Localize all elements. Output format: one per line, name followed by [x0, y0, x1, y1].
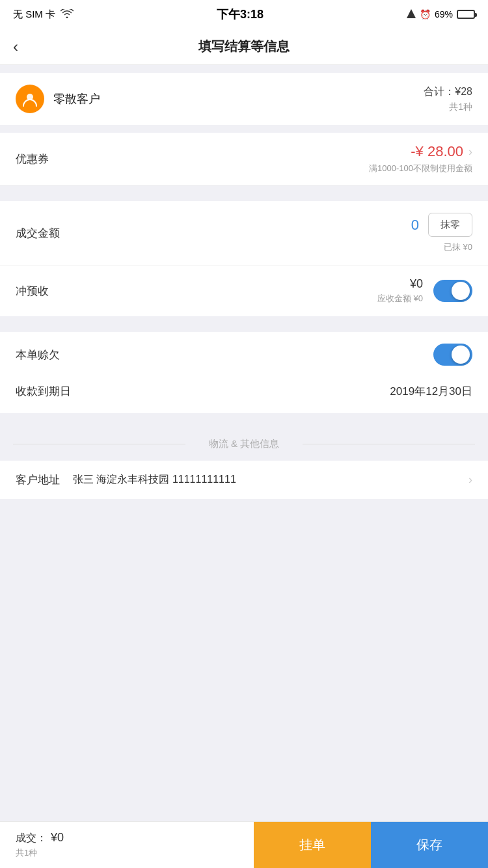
logistics-text: 物流 & 其他信息 — [209, 438, 279, 450]
prepay-row: 冲预收 ¥0 应收金额 ¥0 — [0, 265, 488, 316]
prepay-sub: 应收金额 ¥0 — [377, 293, 423, 305]
prepay-amounts: ¥0 应收金额 ¥0 — [377, 277, 423, 305]
due-date-row: 收款到期日 2019年12月30日 — [0, 377, 488, 413]
debt-row: 本单赊欠 — [0, 332, 488, 377]
bottom-actions: 挂单 保存 — [254, 822, 488, 868]
battery-icon — [457, 10, 475, 19]
customer-total: 合计：¥28 — [424, 85, 472, 99]
customer-row: 零散客户 合计：¥28 共1种 — [0, 73, 488, 125]
bottom-bar: 成交： ¥0 共1种 挂单 保存 — [0, 821, 488, 868]
carrier-text: 无 SIM 卡 — [13, 8, 55, 21]
address-row[interactable]: 客户地址 张三 海淀永丰科技园 11111111111 › — [0, 461, 488, 499]
toggle-knob — [452, 282, 470, 300]
customer-count: 共1种 — [424, 102, 472, 113]
status-bar: 无 SIM 卡 下午3:18 ⏰ 69% — [0, 0, 488, 29]
bottom-deal-amount: ¥0 — [51, 831, 64, 845]
bottom-deal-label: 成交： — [16, 832, 47, 845]
page-title: 填写结算等信息 — [198, 38, 290, 55]
bottom-deal: 成交： ¥0 — [16, 831, 238, 845]
customer-info: 零散客户 — [16, 85, 100, 113]
debt-toggle-knob — [452, 346, 470, 364]
address-value: 张三 海淀永丰科技园 11111111111 — [73, 473, 468, 487]
amount-row: 成交金额 0 抹零 已抹 ¥0 — [0, 201, 488, 265]
coupon-section: 优惠券 -¥ 28.00 › 满1000-100不限制使用金额 — [0, 133, 488, 185]
coupon-chevron-icon: › — [468, 145, 472, 159]
coupon-description: 满1000-100不限制使用金额 — [369, 163, 472, 174]
section-divider-2 — [0, 324, 488, 332]
section-divider-3 — [0, 421, 488, 429]
location-icon — [407, 9, 416, 20]
prepay-right-area: ¥0 应收金额 ¥0 — [377, 277, 472, 305]
divider-line-right — [303, 444, 475, 444]
amount-section: 成交金额 0 抹零 已抹 ¥0 冲预收 ¥0 应收金额 ¥0 — [0, 201, 488, 316]
section-divider-1 — [0, 193, 488, 201]
coupon-row[interactable]: 优惠券 -¥ 28.00 › 满1000-100不限制使用金额 — [0, 133, 488, 185]
status-time: 下午3:18 — [217, 7, 264, 22]
status-left: 无 SIM 卡 — [13, 8, 74, 21]
avatar — [16, 85, 44, 113]
prepay-amount: ¥0 — [377, 277, 423, 291]
due-date-value: 2019年12月30日 — [390, 384, 472, 399]
logistics-line: 物流 & 其他信息 — [0, 438, 488, 450]
divider-line-left — [13, 444, 185, 444]
wifi-icon — [61, 9, 74, 20]
customer-name: 零散客户 — [53, 91, 100, 107]
debt-label: 本单赊欠 — [16, 347, 60, 362]
address-label: 客户地址 — [16, 472, 60, 487]
due-label: 收款到期日 — [16, 384, 71, 399]
amount-right: 0 抹零 — [411, 213, 472, 237]
address-chevron-icon: › — [468, 473, 472, 487]
logistics-header: 物流 & 其他信息 — [0, 429, 488, 459]
round-button[interactable]: 抹零 — [428, 213, 472, 237]
amount-label: 成交金额 — [16, 226, 60, 241]
nav-bar: ‹ 填写结算等信息 — [0, 29, 488, 65]
amount-sub: 已抹 ¥0 — [444, 241, 472, 253]
prepay-label: 冲预收 — [16, 284, 49, 299]
bottom-spacer — [0, 507, 488, 559]
bottom-count: 共1种 — [16, 847, 238, 859]
save-button[interactable]: 保存 — [371, 822, 488, 868]
amount-value: 0 — [411, 217, 419, 234]
prepay-toggle[interactable] — [433, 280, 472, 302]
customer-section: 零散客户 合计：¥28 共1种 — [0, 73, 488, 125]
debt-toggle[interactable] — [433, 344, 472, 366]
status-right: ⏰ 69% — [407, 9, 475, 20]
bottom-info: 成交： ¥0 共1种 — [0, 831, 254, 859]
customer-total-info: 合计：¥28 共1种 — [424, 85, 472, 113]
debt-section: 本单赊欠 收款到期日 2019年12月30日 — [0, 332, 488, 413]
coupon-label: 优惠券 — [16, 152, 49, 167]
back-button[interactable]: ‹ — [13, 38, 18, 56]
pending-button[interactable]: 挂单 — [254, 822, 371, 868]
alarm-icon: ⏰ — [420, 9, 431, 20]
address-section: 客户地址 张三 海淀永丰科技园 11111111111 › — [0, 461, 488, 499]
coupon-discount: -¥ 28.00 — [411, 143, 463, 160]
battery-percentage: 69% — [435, 9, 453, 20]
